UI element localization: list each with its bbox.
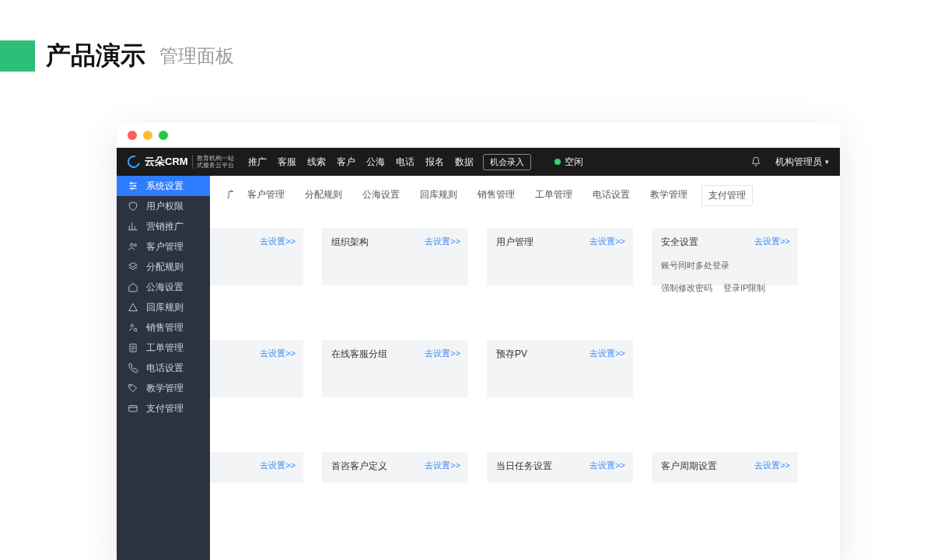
sidebar-label: 客户管理 <box>146 240 184 254</box>
tab-item[interactable]: 电话设置 <box>586 185 636 206</box>
status-indicator[interactable]: 空闲 <box>554 156 583 169</box>
go-settings-link[interactable]: 去设置>> <box>260 460 296 471</box>
card-tag: 强制修改密码 <box>661 282 712 294</box>
sidebar-item-user-auth[interactable]: 用户权限 <box>117 196 210 216</box>
tab-item[interactable]: 客户管理 <box>241 185 291 206</box>
go-settings-link[interactable]: 去设置>> <box>260 236 296 247</box>
layers-icon <box>128 261 138 272</box>
settings-card: 当日任务设置 去设置>> <box>487 452 633 483</box>
go-settings-link[interactable]: 去设置>> <box>425 236 460 247</box>
tab-item[interactable]: 教学管理 <box>644 185 694 206</box>
accent-block <box>0 40 35 72</box>
content-area: 广 客户管理 分配规则 公海设置 回库规则 销售管理 工单管理 电话设置 教学管… <box>210 176 840 560</box>
sidebar-label: 电话设置 <box>146 362 184 375</box>
settings-card: 预存PV 去设置>> <box>487 340 633 397</box>
sidebar-item-pool[interactable]: 公海设置 <box>117 277 210 297</box>
svg-point-5 <box>131 324 134 327</box>
sidebar-label: 销售管理 <box>146 321 184 334</box>
card-title: 组织架构 <box>331 236 369 247</box>
chevron-down-icon: ▾ <box>825 158 829 166</box>
tab-item[interactable]: 支付管理 <box>701 185 753 206</box>
sidebar-item-phone[interactable]: 电话设置 <box>117 358 210 378</box>
sidebar-item-ticket[interactable]: 工单管理 <box>117 338 210 358</box>
sidebar-label: 教学管理 <box>146 382 184 395</box>
nav-item[interactable]: 推广 <box>248 156 267 169</box>
search-user-icon <box>128 322 138 333</box>
window-chrome <box>117 123 840 148</box>
sidebar-item-return[interactable]: 回库规则 <box>117 297 210 317</box>
go-settings-link[interactable]: 去设置>> <box>754 236 790 247</box>
card-row-1: 去设置>> 组织架构 去设置>> 用户管理 去设置>> 安全设置 去设置>> 账… <box>210 228 840 285</box>
settings-card: 去设置>> <box>210 452 303 483</box>
go-settings-link[interactable]: 去设置>> <box>589 460 625 471</box>
tab-item[interactable]: 回库规则 <box>414 185 464 206</box>
shield-icon <box>128 201 138 212</box>
sidebar-item-payment[interactable]: 支付管理 <box>117 398 210 418</box>
sidebar-label: 营销推广 <box>146 220 184 233</box>
go-settings-link[interactable]: 去设置>> <box>260 348 296 359</box>
tab-item[interactable]: 分配规则 <box>299 185 348 206</box>
notification-bell-icon[interactable] <box>750 156 761 167</box>
nav-item[interactable]: 公海 <box>366 156 385 169</box>
sliders-icon <box>128 180 138 191</box>
svg-rect-9 <box>129 406 138 412</box>
page-title-sub: 管理面板 <box>159 44 234 68</box>
card-title: 客户周期设置 <box>661 460 717 471</box>
nav-item[interactable]: 客户 <box>337 156 355 169</box>
card-tag: 登录IP限制 <box>723 282 765 294</box>
tab-item[interactable]: 公海设置 <box>356 185 406 206</box>
logo-slogan: 教育机构一站 式服务云平台 <box>192 155 234 169</box>
go-settings-link[interactable]: 去设置>> <box>589 236 625 247</box>
sidebar-item-system[interactable]: 系统设置 <box>117 176 210 196</box>
nav-item[interactable]: 报名 <box>425 156 444 169</box>
tab-item[interactable]: 销售管理 <box>471 185 521 206</box>
nav-item[interactable]: 客服 <box>278 156 296 169</box>
go-settings-link[interactable]: 去设置>> <box>425 348 460 359</box>
card-title: 在线客服分组 <box>331 348 387 359</box>
browser-window: 云朵CRM 教育机构一站 式服务云平台 推广 客服 线索 客户 公海 电话 报名… <box>117 123 840 560</box>
user-label: 机构管理员 <box>775 156 822 169</box>
house-icon <box>128 282 138 292</box>
sidebar-item-teaching[interactable]: 教学管理 <box>117 378 210 398</box>
sidebar-label: 支付管理 <box>146 402 184 415</box>
page-header: 产品演示 管理面板 <box>0 0 941 73</box>
settings-card: 首咨客户定义 去设置>> <box>322 452 468 483</box>
card-title: 预存PV <box>496 348 527 359</box>
go-settings-link[interactable]: 去设置>> <box>754 460 790 471</box>
tab-item[interactable]: 工单管理 <box>529 185 579 206</box>
card-title: 用户管理 <box>496 236 533 247</box>
triangle-icon <box>128 302 138 313</box>
settings-card: 用户管理 去设置>> <box>487 228 633 285</box>
card-row-3: 去设置>> 首咨客户定义 去设置>> 当日任务设置 去设置>> 客户周期设置 去… <box>210 452 840 483</box>
tab-partial[interactable]: 广 <box>221 185 233 206</box>
logo-text: 云朵CRM <box>145 155 188 169</box>
sidebar-item-customer[interactable]: 客户管理 <box>117 236 210 257</box>
sidebar-item-sales[interactable]: 销售管理 <box>117 317 210 338</box>
status-dot-icon <box>554 159 561 165</box>
record-button[interactable]: 机会录入 <box>483 154 531 170</box>
card-title: 当日任务设置 <box>496 460 552 471</box>
sidebar-item-marketing[interactable]: 营销推广 <box>117 216 210 236</box>
sidebar-label: 系统设置 <box>146 180 184 193</box>
sidebar-item-assign[interactable]: 分配规则 <box>117 257 210 277</box>
nav-item[interactable]: 线索 <box>307 156 326 169</box>
settings-card: 安全设置 去设置>> 账号同时多处登录 强制修改密码 登录IP限制 <box>652 228 798 285</box>
go-settings-link[interactable]: 去设置>> <box>589 348 625 359</box>
nav-item[interactable]: 数据 <box>455 156 474 169</box>
minimize-icon[interactable] <box>143 131 152 140</box>
users-icon <box>128 241 138 252</box>
go-settings-link[interactable]: 去设置>> <box>425 460 460 471</box>
sidebar-label: 回库规则 <box>146 301 184 314</box>
maximize-icon[interactable] <box>159 131 168 140</box>
clipboard-icon <box>128 342 138 353</box>
user-menu[interactable]: 机构管理员 ▾ <box>775 156 829 169</box>
status-label: 空闲 <box>565 156 583 169</box>
close-icon[interactable] <box>128 131 137 140</box>
sidebar-label: 公海设置 <box>146 281 184 294</box>
settings-card: 在线客服分组 去设置>> <box>322 340 468 397</box>
svg-point-3 <box>131 243 134 247</box>
card-title: 安全设置 <box>661 236 698 247</box>
nav-item[interactable]: 电话 <box>396 156 415 169</box>
settings-card: 客户周期设置 去设置>> <box>652 452 798 483</box>
tag-icon <box>128 383 138 394</box>
